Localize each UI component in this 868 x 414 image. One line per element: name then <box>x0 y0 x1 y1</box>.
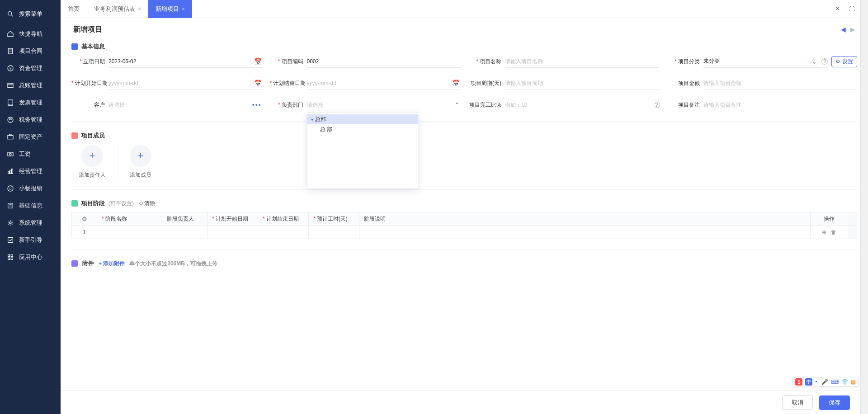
label-proj-date: 立项日期 <box>71 58 108 66</box>
tax-icon <box>6 116 14 124</box>
sidebar-item-baseinfo[interactable]: 基础信息 <box>0 197 61 214</box>
sidebar-item-operation[interactable]: 经营管理 <box>0 163 61 180</box>
save-button[interactable]: 保存 <box>819 395 850 410</box>
close-icon[interactable]: × <box>138 6 141 12</box>
cell-hours[interactable] <box>309 226 359 239</box>
svg-point-23 <box>9 222 11 224</box>
guide-icon <box>6 236 14 244</box>
clear-stages-button[interactable]: ⟲ 清除 <box>138 200 155 207</box>
add-row-icon[interactable]: ⊕ <box>822 229 826 235</box>
svg-point-14 <box>9 153 11 155</box>
ime-s-icon[interactable]: S <box>795 378 802 386</box>
gear-icon[interactable]: ⚙ <box>82 216 87 222</box>
proj-cat-select[interactable] <box>703 58 817 65</box>
dropdown-item-root[interactable]: ▾总部 <box>307 114 418 124</box>
sidebar-item-apps[interactable]: 应用中心 <box>0 249 61 266</box>
dept-select[interactable] <box>307 102 461 108</box>
sidebar-item-contract[interactable]: 项目合同 <box>0 42 61 60</box>
fullscreen-icon[interactable]: ⛶ <box>847 4 856 14</box>
sidebar-item-expense[interactable]: C小畅报销 <box>0 180 61 197</box>
home-icon <box>6 30 14 38</box>
svg-text:C: C <box>9 187 12 190</box>
proj-name-input[interactable] <box>505 58 659 65</box>
chevron-up-icon[interactable]: ⌃ <box>454 101 460 108</box>
tab-label: 新增项目 <box>156 5 179 13</box>
page-title: 新增项目 <box>73 25 102 34</box>
sidebar-item-label: 项目合同 <box>19 47 42 55</box>
section-icon <box>71 260 78 267</box>
plan-start-input[interactable] <box>108 80 263 86</box>
more-icon[interactable]: ••• <box>252 101 262 108</box>
footer: 取消 保存 <box>61 390 868 414</box>
ime-punct-icon[interactable]: •, <box>815 379 819 385</box>
ime-keyboard-icon[interactable]: ⌨ <box>831 379 839 385</box>
settings-icon[interactable] <box>6 399 24 409</box>
calendar-icon[interactable]: 📅 <box>254 80 262 87</box>
section-icon <box>71 132 78 139</box>
dropdown-item-child[interactable]: 总 部 <box>307 124 418 134</box>
ime-skin-icon[interactable]: 👕 <box>841 379 848 385</box>
add-owner-button[interactable]: + <box>81 145 103 167</box>
customer-select[interactable] <box>108 102 263 108</box>
amount-input[interactable] <box>703 80 858 86</box>
sidebar-item-fund[interactable]: ¥资金管理 <box>0 60 61 77</box>
cell-name[interactable] <box>97 226 162 239</box>
label-amount: 项目金额 <box>666 80 703 87</box>
tab-newproject[interactable]: 新增项目× <box>148 0 192 18</box>
done-pct-input[interactable] <box>505 102 659 108</box>
dropdown-label: 总 部 <box>320 126 332 133</box>
ime-grid-icon[interactable]: ▦ <box>851 379 856 385</box>
scrollbar-rail[interactable] <box>860 0 868 414</box>
next-icon[interactable]: ▶ <box>850 26 855 33</box>
add-attachment-button[interactable]: + 添加附件 <box>99 260 125 268</box>
proj-code-input[interactable] <box>307 58 461 65</box>
settings-button[interactable]: ⚙设置 <box>831 56 857 67</box>
add-member-button[interactable]: + <box>130 145 151 167</box>
sidebar-search[interactable]: 搜索菜单 <box>0 5 61 23</box>
cancel-button[interactable]: 取消 <box>782 395 813 410</box>
sidebar-item-ledger[interactable]: 总账管理 <box>0 77 61 94</box>
clear-icon: ⟲ <box>138 200 144 207</box>
table-row: 1 ⊕ 🗑 <box>72 226 857 239</box>
sidebar-item-asset[interactable]: 固定资产 <box>0 128 61 146</box>
calendar-icon[interactable]: 📅 <box>452 80 460 87</box>
scrollbar[interactable] <box>848 226 857 239</box>
delete-row-icon[interactable]: 🗑 <box>831 229 836 235</box>
sidebar-item-guide[interactable]: 新手引导 <box>0 231 61 249</box>
sidebar-item-tax[interactable]: 税务管理 <box>0 111 61 128</box>
calendar-icon[interactable]: 📅 <box>254 58 262 65</box>
ime-mic-icon[interactable]: 🎤 <box>821 379 828 385</box>
collapse-icon[interactable] <box>36 399 54 409</box>
svg-line-1 <box>11 15 13 16</box>
chevron-down-icon[interactable]: ⌄ <box>811 58 817 65</box>
section-attach: 附件 + 添加附件 单个大小不超过200MB，可拖拽上传 <box>71 258 857 282</box>
ime-bar: S 中 •, 🎤 ⌨ 👕 ▦ <box>792 377 859 387</box>
prev-icon[interactable]: ◀ <box>841 26 846 33</box>
close-icon[interactable]: × <box>182 6 185 12</box>
sidebar-item-system[interactable]: 系统管理 <box>0 214 61 231</box>
label-proj-code: 项目编码 <box>270 58 307 66</box>
ime-zh-icon[interactable]: 中 <box>805 378 812 386</box>
svg-rect-17 <box>12 169 13 174</box>
sidebar-item-invoice[interactable]: 发票管理 <box>0 94 61 111</box>
tab-home[interactable]: 首页 <box>61 0 87 18</box>
remark-input[interactable] <box>703 102 858 108</box>
caret-down-icon: ▾ <box>311 117 313 122</box>
proj-date-input[interactable] <box>108 58 263 65</box>
plan-end-input[interactable] <box>307 80 461 86</box>
sidebar-item-label: 发票管理 <box>19 99 42 107</box>
cell-desc[interactable] <box>359 226 811 239</box>
svg-rect-11 <box>8 136 13 139</box>
close-all-icon[interactable]: × <box>833 2 842 15</box>
cell-end[interactable] <box>258 226 309 239</box>
help-icon[interactable]: ? <box>654 102 660 108</box>
svg-rect-15 <box>8 171 9 174</box>
cell-start[interactable] <box>208 226 258 239</box>
cell-owner[interactable] <box>162 226 208 239</box>
sidebar-item-quicknav[interactable]: 快捷导航 <box>0 25 61 42</box>
tab-profit[interactable]: 业务利润预估表× <box>87 0 148 18</box>
help-icon[interactable]: ? <box>821 58 828 65</box>
period-input[interactable] <box>505 80 659 86</box>
stage-optional-hint: (可不设置) <box>108 200 134 207</box>
sidebar-item-salary[interactable]: 工资 <box>0 146 61 163</box>
